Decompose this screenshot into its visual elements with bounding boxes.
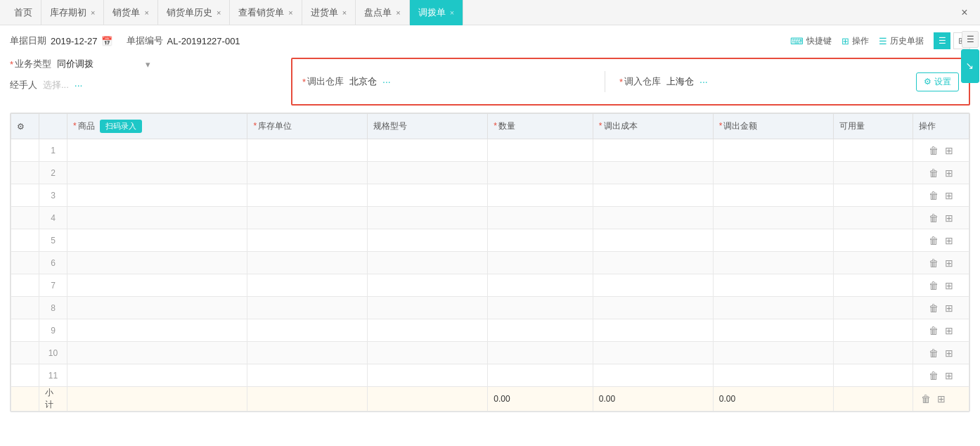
- person-value[interactable]: 选择...: [43, 79, 69, 91]
- row-cost-10[interactable]: [593, 342, 713, 364]
- history-action[interactable]: ☰ 历史单据: [879, 35, 924, 47]
- row-available-8[interactable]: [833, 297, 913, 319]
- row-goods-8[interactable]: [67, 297, 247, 319]
- row-goods-3[interactable]: [67, 184, 247, 207]
- row-qty-8[interactable]: [488, 297, 593, 319]
- row-qty-11[interactable]: [488, 364, 593, 387]
- row-available-7[interactable]: [833, 274, 913, 297]
- row-amount-3[interactable]: [713, 184, 833, 207]
- settings-button[interactable]: ⚙ 设置: [916, 72, 959, 91]
- row-spec-11[interactable]: [368, 364, 488, 387]
- row-available-6[interactable]: [833, 252, 913, 274]
- subtotal-copy-btn[interactable]: ⊞: [937, 393, 946, 404]
- copy-row-btn-11[interactable]: ⊞: [945, 370, 953, 381]
- row-available-1[interactable]: [833, 139, 913, 162]
- delete-row-btn-3[interactable]: 🗑: [929, 190, 939, 201]
- row-qty-3[interactable]: [488, 184, 593, 207]
- close-transfer[interactable]: ×: [450, 8, 454, 17]
- row-unit-8[interactable]: [247, 297, 368, 319]
- row-qty-4[interactable]: [488, 207, 593, 229]
- copy-row-btn-6[interactable]: ⊞: [945, 257, 953, 269]
- row-spec-7[interactable]: [368, 274, 488, 297]
- copy-row-btn-4[interactable]: ⊞: [945, 212, 953, 224]
- row-unit-10[interactable]: [247, 342, 368, 364]
- close-sales-history[interactable]: ×: [217, 8, 221, 17]
- row-goods-6[interactable]: [67, 252, 247, 274]
- row-goods-11[interactable]: [67, 364, 247, 387]
- col-gear[interactable]: ⚙: [11, 114, 39, 139]
- row-spec-8[interactable]: [368, 297, 488, 319]
- row-available-3[interactable]: [833, 184, 913, 207]
- row-unit-6[interactable]: [247, 252, 368, 274]
- sidebar-export-btn[interactable]: ↗: [961, 49, 979, 83]
- delete-row-btn-7[interactable]: 🗑: [929, 280, 939, 291]
- row-cost-9[interactable]: [593, 319, 713, 342]
- tab-inventory-init[interactable]: 库存期初 ×: [41, 0, 104, 25]
- row-qty-1[interactable]: [488, 139, 593, 162]
- row-cost-1[interactable]: [593, 139, 713, 162]
- row-available-2[interactable]: [833, 162, 913, 184]
- copy-row-btn-7[interactable]: ⊞: [945, 280, 953, 291]
- copy-row-btn-2[interactable]: ⊞: [945, 167, 953, 179]
- shortcuts-action[interactable]: ⌨ 快捷键: [790, 35, 832, 47]
- row-cost-5[interactable]: [593, 229, 713, 252]
- warehouse-in-value[interactable]: 上海仓: [666, 75, 694, 88]
- delete-row-btn-4[interactable]: 🗑: [929, 212, 939, 224]
- row-spec-5[interactable]: [368, 229, 488, 252]
- row-cost-7[interactable]: [593, 274, 713, 297]
- tab-transfer[interactable]: 调拨单 ×: [410, 0, 463, 25]
- copy-row-btn-10[interactable]: ⊞: [945, 348, 953, 359]
- row-unit-9[interactable]: [247, 319, 368, 342]
- tab-sales-order[interactable]: 销货单 ×: [104, 0, 157, 25]
- copy-row-btn-9[interactable]: ⊞: [945, 325, 953, 336]
- copy-row-btn-1[interactable]: ⊞: [945, 145, 953, 156]
- row-unit-11[interactable]: [247, 364, 368, 387]
- copy-row-btn-5[interactable]: ⊞: [945, 235, 953, 246]
- row-spec-9[interactable]: [368, 319, 488, 342]
- row-unit-2[interactable]: [247, 162, 368, 184]
- row-cost-3[interactable]: [593, 184, 713, 207]
- person-more-btn[interactable]: ···: [75, 79, 83, 91]
- tab-sales-history[interactable]: 销货单历史 ×: [158, 0, 230, 25]
- subtotal-delete-btn[interactable]: 🗑: [921, 393, 931, 404]
- business-type-value[interactable]: 同价调拨: [57, 58, 141, 70]
- row-spec-3[interactable]: [368, 184, 488, 207]
- row-spec-1[interactable]: [368, 139, 488, 162]
- delete-row-btn-9[interactable]: 🗑: [929, 325, 939, 336]
- row-spec-6[interactable]: [368, 252, 488, 274]
- business-type-dropdown[interactable]: ▾: [146, 59, 150, 70]
- delete-row-btn-1[interactable]: 🗑: [929, 145, 939, 156]
- delete-row-btn-6[interactable]: 🗑: [929, 257, 939, 269]
- row-cost-6[interactable]: [593, 252, 713, 274]
- row-qty-6[interactable]: [488, 252, 593, 274]
- operations-action[interactable]: ⊞ 操作: [842, 35, 869, 47]
- row-cost-2[interactable]: [593, 162, 713, 184]
- row-spec-4[interactable]: [368, 207, 488, 229]
- calendar-icon[interactable]: 📅: [101, 36, 112, 46]
- row-qty-2[interactable]: [488, 162, 593, 184]
- tab-purchase[interactable]: 进货单 ×: [302, 0, 356, 25]
- row-amount-11[interactable]: [713, 364, 833, 387]
- row-unit-1[interactable]: [247, 139, 368, 162]
- warehouse-out-value[interactable]: 北京仓: [349, 75, 377, 88]
- row-unit-3[interactable]: [247, 184, 368, 207]
- row-amount-6[interactable]: [713, 252, 833, 274]
- warehouse-out-more-btn[interactable]: ···: [382, 76, 391, 87]
- close-stock-check[interactable]: ×: [396, 8, 400, 17]
- row-available-10[interactable]: [833, 342, 913, 364]
- row-amount-5[interactable]: [713, 229, 833, 252]
- row-amount-9[interactable]: [713, 319, 833, 342]
- row-spec-2[interactable]: [368, 162, 488, 184]
- sidebar-list-btn[interactable]: ☰: [962, 31, 979, 48]
- row-amount-10[interactable]: [713, 342, 833, 364]
- delete-row-btn-10[interactable]: 🗑: [929, 348, 939, 359]
- layout-list-btn[interactable]: ☰: [934, 32, 950, 49]
- tab-home[interactable]: 首页: [6, 0, 41, 25]
- tab-stock-check[interactable]: 盘点单 ×: [356, 0, 409, 25]
- row-cost-11[interactable]: [593, 364, 713, 387]
- close-sales-order[interactable]: ×: [144, 8, 148, 17]
- row-qty-7[interactable]: [488, 274, 593, 297]
- copy-row-btn-8[interactable]: ⊞: [945, 302, 953, 314]
- row-qty-10[interactable]: [488, 342, 593, 364]
- row-cost-4[interactable]: [593, 207, 713, 229]
